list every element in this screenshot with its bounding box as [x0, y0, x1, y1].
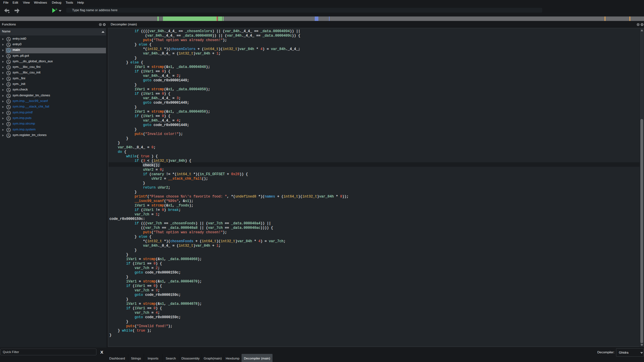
svg-text:x: x: [9, 39, 10, 41]
svg-text:ƒ: ƒ: [7, 116, 9, 120]
svg-text:x: x: [9, 90, 10, 92]
svg-text:x: x: [9, 84, 10, 86]
svg-text:x: x: [9, 135, 10, 137]
svg-text:ƒ: ƒ: [7, 128, 9, 132]
svg-text:ƒ: ƒ: [7, 122, 9, 126]
svg-text:i: i: [9, 124, 10, 126]
svg-text:D: D: [56, 8, 57, 11]
svg-text:i: i: [9, 130, 10, 132]
svg-text:i: i: [9, 107, 10, 109]
svg-text:ƒ: ƒ: [7, 99, 9, 103]
svg-text:ƒ: ƒ: [7, 105, 9, 109]
svg-text:x: x: [9, 67, 10, 69]
svg-text:ƒ: ƒ: [7, 111, 9, 115]
svg-text:m: m: [9, 50, 10, 52]
svg-text:i: i: [9, 113, 10, 115]
svg-text:x: x: [9, 44, 10, 46]
svg-text:x: x: [9, 73, 10, 75]
svg-text:x: x: [9, 56, 10, 58]
svg-text:i: i: [9, 118, 10, 120]
svg-text:x: x: [9, 61, 10, 63]
svg-text:x: x: [9, 78, 10, 80]
svg-text:i: i: [9, 101, 10, 103]
svg-text:x: x: [9, 96, 10, 97]
